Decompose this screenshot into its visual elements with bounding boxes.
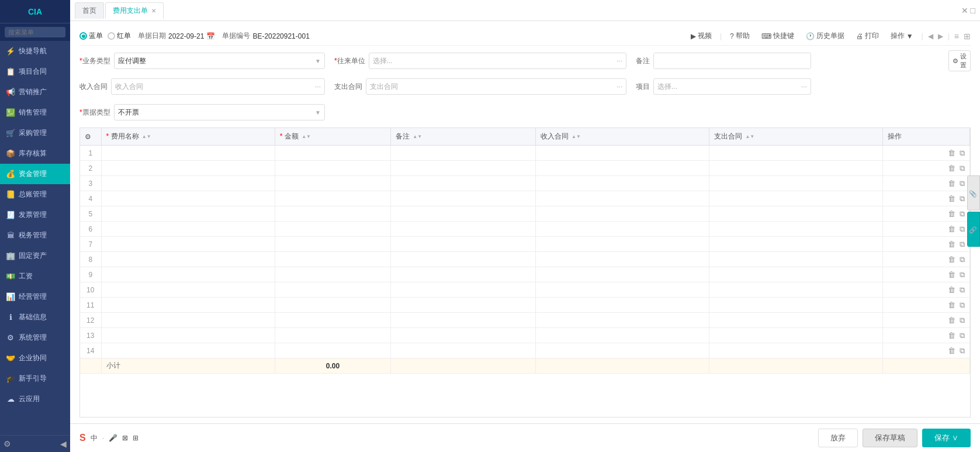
th-remark-sort-icon[interactable]: ▲▼ (413, 134, 422, 139)
sidebar-item-system-mgmt[interactable]: ⚙ 系统管理 (0, 327, 70, 348)
sidebar-item-tax-mgmt[interactable]: 🏛 税务管理 (0, 225, 70, 246)
row-income-contract[interactable] (535, 191, 709, 206)
sidebar-item-cloud-apps[interactable]: ☁ 云应用 (0, 389, 70, 409)
counterpart-input[interactable]: 选择... ··· (369, 53, 626, 69)
settings-gear-icon[interactable]: ⚙ (4, 439, 11, 448)
copy-row-icon[interactable]: ⧉ (960, 149, 965, 157)
delete-row-icon[interactable]: 🗑 (948, 164, 955, 172)
row-expense-name[interactable] (101, 176, 275, 191)
row-remark[interactable] (390, 237, 535, 252)
sidebar-item-fixed-assets[interactable]: 🏢 固定资产 (0, 246, 70, 266)
remark-input[interactable] (653, 53, 811, 69)
row-expense-name[interactable] (101, 146, 275, 161)
row-expense-name[interactable] (101, 267, 275, 282)
row-expense-contract[interactable] (709, 267, 883, 282)
discard-button[interactable]: 放弃 (818, 429, 858, 447)
row-income-contract[interactable] (535, 343, 709, 358)
delete-row-icon[interactable]: 🗑 (948, 331, 955, 340)
window-restore-icon[interactable]: □ (971, 6, 975, 15)
expense-contract-input[interactable]: 支出合同 ··· (366, 78, 626, 95)
sidebar-item-project-contract[interactable]: 📋 项目合同 (0, 61, 70, 82)
sidebar-item-enterprise-collab[interactable]: 🤝 企业协同 (0, 348, 70, 368)
row-remark[interactable] (390, 206, 535, 222)
income-contract-dots-icon[interactable]: ··· (315, 82, 321, 91)
delete-row-icon[interactable]: 🗑 (948, 270, 955, 279)
help-btn[interactable]: ? 帮助 (726, 29, 753, 43)
search-input[interactable] (5, 27, 65, 37)
row-expense-contract[interactable] (709, 176, 883, 191)
row-remark[interactable] (390, 343, 535, 358)
row-remark[interactable] (390, 328, 535, 343)
sidebar-item-inventory[interactable]: 📦 库存核算 (0, 143, 70, 164)
th-income-contract[interactable]: 收入合同 ▲▼ (535, 128, 709, 146)
row-remark[interactable] (390, 222, 535, 237)
row-amount[interactable] (275, 146, 390, 161)
expense-contract-dots-icon[interactable]: ··· (617, 82, 622, 91)
row-remark[interactable] (390, 282, 535, 298)
row-expense-name[interactable] (101, 343, 275, 358)
row-amount[interactable] (275, 313, 390, 328)
row-expense-name[interactable] (101, 237, 275, 252)
tab-home[interactable]: 首页 (75, 2, 104, 19)
row-expense-contract[interactable] (709, 328, 883, 343)
copy-row-icon[interactable]: ⧉ (960, 346, 965, 355)
row-expense-contract[interactable] (709, 298, 883, 313)
row-amount[interactable] (275, 237, 390, 252)
row-income-contract[interactable] (535, 237, 709, 252)
delete-row-icon[interactable]: 🗑 (948, 149, 955, 157)
row-amount[interactable] (275, 267, 390, 282)
delete-row-icon[interactable]: 🗑 (948, 316, 955, 325)
row-expense-contract[interactable] (709, 343, 883, 358)
project-dots-icon[interactable]: ··· (801, 82, 807, 91)
th-expense-name[interactable]: * 费用名称 ▲▼ (101, 128, 275, 146)
row-expense-name[interactable] (101, 161, 275, 176)
th-income-sort-icon[interactable]: ▲▼ (572, 134, 581, 139)
row-expense-name[interactable] (101, 206, 275, 222)
project-input[interactable]: 选择... ··· (653, 78, 811, 95)
row-expense-contract[interactable] (709, 161, 883, 176)
nav-left-icon[interactable]: ◀ (928, 32, 933, 40)
actions-btn[interactable]: 操作 ▼ (887, 29, 917, 43)
sidebar-item-purchase-mgmt[interactable]: 🛒 采购管理 (0, 123, 70, 143)
row-income-contract[interactable] (535, 252, 709, 267)
delete-row-icon[interactable]: 🗑 (948, 255, 955, 264)
row-income-contract[interactable] (535, 328, 709, 343)
window-close-icon[interactable]: ✕ (961, 6, 968, 15)
sidebar-item-marketing[interactable]: 📢 营销推广 (0, 82, 70, 102)
red-single-radio[interactable]: 红单 (108, 31, 131, 41)
sidebar-item-operations-mgmt[interactable]: 📊 经营管理 (0, 287, 70, 307)
sidebar-item-capital-mgmt[interactable]: 💰 资金管理 (0, 164, 70, 184)
counterpart-dots-icon[interactable]: ··· (617, 57, 622, 65)
copy-row-icon[interactable]: ⧉ (960, 301, 965, 309)
settings-button[interactable]: ⚙ 设置 (948, 50, 971, 71)
row-amount[interactable] (275, 222, 390, 237)
copy-row-icon[interactable]: ⧉ (960, 225, 965, 233)
row-remark[interactable] (390, 267, 535, 282)
row-remark[interactable] (390, 176, 535, 191)
row-remark[interactable] (390, 161, 535, 176)
row-amount[interactable] (275, 282, 390, 298)
link-tab[interactable]: 🔗 (967, 212, 980, 247)
th-config[interactable]: ⚙ (80, 128, 101, 146)
row-expense-name[interactable] (101, 328, 275, 343)
row-remark[interactable] (390, 146, 535, 161)
th-expense-contract[interactable]: 支出合同 ▲▼ (709, 128, 883, 146)
delete-row-icon[interactable]: 🗑 (948, 285, 955, 294)
sidebar-item-ledger-mgmt[interactable]: 📒 总账管理 (0, 184, 70, 205)
date-value[interactable]: 2022-09-21 (168, 32, 204, 40)
th-remark[interactable]: 备注 ▲▼ (390, 128, 535, 146)
delete-row-icon[interactable]: 🗑 (948, 240, 955, 249)
row-expense-name[interactable] (101, 282, 275, 298)
nav-right-icon[interactable]: ▶ (938, 32, 943, 40)
row-amount[interactable] (275, 191, 390, 206)
sidebar-item-salary[interactable]: 💵 工资 (0, 266, 70, 287)
grid-view-icon[interactable]: ≡ (954, 32, 959, 41)
video-btn[interactable]: ▶ 视频 (687, 29, 715, 43)
row-remark[interactable] (390, 252, 535, 267)
income-contract-input[interactable]: 收入合同 ··· (111, 78, 325, 95)
row-expense-contract[interactable] (709, 237, 883, 252)
delete-row-icon[interactable]: 🗑 (948, 209, 955, 218)
row-expense-name[interactable] (101, 222, 275, 237)
row-expense-name[interactable] (101, 191, 275, 206)
row-income-contract[interactable] (535, 146, 709, 161)
